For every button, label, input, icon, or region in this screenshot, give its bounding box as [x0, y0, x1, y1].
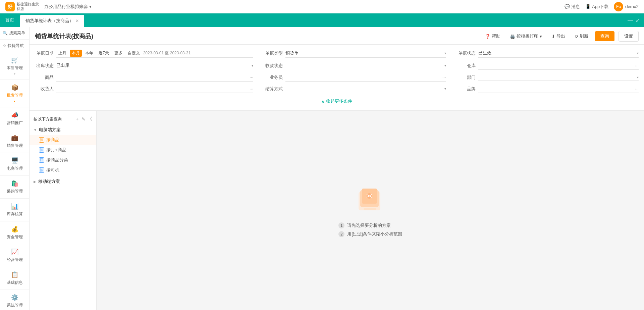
filter-employee-item: 业务员 ···: [264, 73, 446, 82]
mobile-group-label: 移动端方案: [38, 178, 60, 185]
scheme-add-btn[interactable]: ＋: [75, 116, 79, 122]
help-btn[interactable]: ❓ 帮助: [482, 32, 503, 41]
filter-receiver-item: 收货人 ···: [35, 85, 253, 93]
chevron-icon: ▼: [13, 72, 16, 75]
main-layout: 🔍 搜索菜单 ☆ 快捷导航 🛒 零售管理 ▼ 📦 批发管理 ▲ 📣 营销推广 💼…: [0, 27, 644, 310]
scheme-item-label-by-goods-category: 按商品分类: [46, 157, 68, 163]
warehouse-dots-icon: ···: [635, 63, 639, 68]
refresh-btn[interactable]: ↺ 刷新: [572, 32, 591, 41]
employee-input[interactable]: ···: [285, 73, 446, 82]
sidebar-item-finance[interactable]: 💰 资金管理: [0, 221, 29, 244]
sidebar-item-inventory[interactable]: 📊 库存核算: [0, 199, 29, 221]
sidebar-quick-nav[interactable]: ☆ 快捷导航: [0, 40, 29, 52]
warehouse-input[interactable]: ···: [478, 62, 639, 70]
sidebar-item-system[interactable]: ⚙️ 系统管理: [0, 290, 29, 310]
scheme-edit-btn[interactable]: ✎: [82, 116, 86, 122]
app-download-btn[interactable]: 📱 App下载: [585, 4, 608, 10]
brand-label: 品牌: [457, 86, 476, 92]
sidebar-item-retail[interactable]: 🛒 零售管理 ▼: [0, 52, 29, 80]
scheme-item-by-cashier[interactable]: 按 按司机: [30, 165, 96, 175]
collapse-icon: ∧: [321, 99, 325, 104]
sidebar-item-ecommerce[interactable]: 🖥️ 电商管理: [0, 153, 29, 176]
marketing-icon: 📣: [11, 111, 18, 119]
tab-close-icon[interactable]: ✕: [75, 18, 79, 23]
sidebar-item-operation[interactable]: 📈 经营管理: [0, 244, 29, 267]
filter-warehouse-item: 仓库 ···: [457, 62, 639, 70]
receiver-dots-icon: ···: [250, 86, 253, 91]
tab-home[interactable]: 首页: [0, 13, 19, 27]
inner-layout: 按以下方案查询 ＋ ✎ 《 ▼ 电脑端方案 按 按商品: [30, 111, 644, 310]
query-button[interactable]: 查询: [595, 31, 614, 41]
logo-icon: 好: [5, 2, 15, 11]
page-title: 销货单统计表(按商品): [35, 32, 93, 40]
tab-sales-stat[interactable]: 销货单统计表（按商品） ✕: [20, 15, 84, 27]
filter-outstatus-item: 出库状态 已出库 ▾: [35, 61, 253, 70]
filter-row-4: 收货人 ··· 结算方式 ▾ 品牌 ···: [35, 85, 639, 93]
empty-svg-icon: [354, 185, 387, 215]
logo-text: 畅捷通好生意 标版: [17, 2, 39, 11]
print-btn[interactable]: 🖨️ 按模板打印 ▾: [507, 32, 545, 41]
print-chevron-icon: ▾: [540, 34, 542, 39]
sidebar-search[interactable]: 🔍 搜索菜单: [0, 27, 29, 40]
date-btn-custom[interactable]: 自定义: [126, 50, 142, 57]
docstatus-label: 单据状态: [457, 50, 476, 56]
collapse-more-btn[interactable]: ∧ 收起更多条件: [35, 96, 639, 106]
export-btn[interactable]: ⬇ 导出: [549, 32, 568, 41]
scheme-group-pc: ▼ 电脑端方案 按 按商品 按 按月+商品 回 按商品分类: [30, 125, 96, 175]
outstatus-label: 出库状态: [35, 63, 54, 69]
sidebar-item-sales[interactable]: 💼 销售管理: [0, 130, 29, 153]
date-btn-current-year[interactable]: 本年: [83, 50, 95, 57]
outstatus-select[interactable]: 已出库 ▾: [56, 61, 253, 70]
user-area[interactable]: Ea demo2: [614, 2, 639, 11]
empty-tip-1: 1 请先选择要分析的方案: [338, 222, 402, 228]
message-btn[interactable]: 💬 消息: [565, 4, 580, 10]
filter-panel: 单据日期 上月 本月 本年 近7天 更多 自定义 2023-03-01 至 20…: [30, 45, 644, 111]
receiver-input[interactable]: ···: [56, 85, 253, 93]
scheme-item-by-goods[interactable]: 按 按商品: [30, 135, 96, 145]
docstatus-select[interactable]: 已生效 ▾: [478, 49, 639, 58]
chevron-icon: ▲: [13, 100, 16, 103]
scheme-group-mobile-header[interactable]: ▶ 移动端方案: [30, 176, 96, 187]
logo-area: 好 畅捷通好生意 标版: [5, 2, 39, 11]
filter-docstatus-item: 单据状态 已生效 ▾: [457, 49, 639, 58]
filter-brand-item: 品牌 ···: [457, 85, 639, 93]
scheme-group-pc-header[interactable]: ▼ 电脑端方案: [30, 125, 96, 135]
sidebar-item-wholesale[interactable]: 📦 批发管理 ▲: [0, 80, 29, 107]
maximize-icon[interactable]: ⤢: [636, 17, 640, 23]
scheme-item-icon-by-month-goods: 按: [39, 147, 44, 153]
employee-label: 业务员: [264, 74, 283, 81]
paymentstatus-select[interactable]: ▾: [285, 62, 446, 69]
scheme-item-by-month-goods[interactable]: 按 按月+商品: [30, 145, 96, 155]
date-btn-current-month[interactable]: 本月: [70, 50, 82, 57]
app-selector[interactable]: 办公用品行业模拟账套 ▾: [42, 2, 94, 11]
docstatus-chevron-icon: ▾: [637, 51, 639, 55]
department-select[interactable]: ▾: [478, 74, 639, 81]
doctype-select[interactable]: 销货单 ▾: [285, 49, 446, 58]
star-icon: ☆: [3, 44, 6, 48]
scheme-item-label-by-goods: 按商品: [46, 137, 59, 143]
scheme-item-by-goods-category[interactable]: 回 按商品分类: [30, 155, 96, 165]
topbar-left: 好 畅捷通好生意 标版 办公用品行业模拟账套 ▾: [5, 2, 94, 11]
paymentmethod-label: 结算方式: [264, 86, 283, 92]
goods-input[interactable]: ···: [56, 73, 253, 82]
paymentstatus-label: 收款状态: [264, 63, 283, 69]
sidebar-item-marketing[interactable]: 📣 营销推广: [0, 107, 29, 130]
scheme-collapse-btn[interactable]: 《: [88, 116, 92, 122]
system-icon: ⚙️: [11, 294, 18, 301]
scheme-panel: 按以下方案查询 ＋ ✎ 《 ▼ 电脑端方案 按 按商品: [30, 111, 97, 310]
scheme-item-icon-by-cashier: 按: [39, 167, 44, 173]
sidebar-item-basic[interactable]: 📋 基础信息: [0, 267, 29, 290]
search-icon: 🔍: [3, 31, 8, 36]
date-btn-7days[interactable]: 近7天: [97, 50, 111, 57]
department-chevron-icon: ▾: [637, 75, 639, 79]
avatar: Ea: [614, 2, 623, 11]
paymentmethod-select[interactable]: ▾: [285, 86, 446, 92]
outstatus-chevron-icon: ▾: [252, 64, 253, 67]
brand-input[interactable]: ···: [478, 85, 639, 93]
filter-row-1: 单据日期 上月 本月 本年 近7天 更多 自定义 2023-03-01 至 20…: [35, 49, 639, 58]
minimize-icon[interactable]: —: [628, 17, 633, 23]
date-btn-prev-month[interactable]: 上月: [56, 50, 68, 57]
sidebar-item-purchase[interactable]: 🛍️ 采购管理: [0, 176, 29, 199]
date-btn-more[interactable]: 更多: [112, 50, 124, 57]
settings-button[interactable]: 设置: [619, 31, 639, 42]
